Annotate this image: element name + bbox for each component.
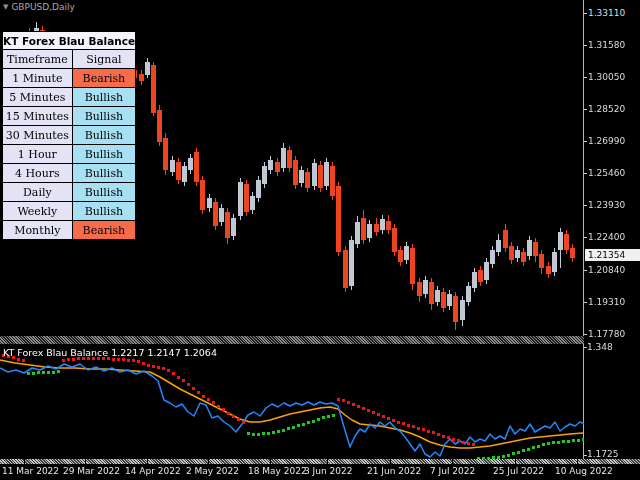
signal-cell: Bullish [72,88,135,107]
date-tick-mark [147,459,148,464]
date-tick-label: 21 Jun 2022 [367,466,421,476]
signal-cell: Bullish [72,126,135,145]
price-tick-mark [584,77,587,78]
kt-forex-blau-balance-table: KT Forex Blau Balance Timeframe Signal 1… [2,31,136,240]
table-row: WeeklyBullish [3,202,136,221]
table-row: MonthlyBearish [3,221,136,240]
indicator-title: KT Forex Blau Balance 1.2217 1.2147 1.20… [3,347,217,358]
table-header-row: Timeframe Signal [3,50,136,69]
price-tick-label: 1.25460 [588,168,625,178]
table-row: 1 MinuteBearish [3,69,136,88]
indicator-subwindow-canvas[interactable] [0,346,584,459]
price-tick-mark [584,205,587,206]
date-tick-label: 14 Apr 2022 [125,466,181,476]
table-title: KT Forex Blau Balance [3,32,136,50]
signal-cell: Bullish [72,164,135,183]
table-row: 1 HourBullish [3,145,136,164]
date-tick-label: 18 May 2022 [248,466,307,476]
signal-cell: Bullish [72,202,135,221]
price-tick-mark [584,302,587,303]
price-tick-label: 1.19310 [588,297,625,307]
price-tick-label: 1.33110 [588,8,625,18]
date-tick-label: 3 Jun 2022 [304,466,352,476]
table-row: DailyBullish [3,183,136,202]
price-tick-label: 1.26990 [588,136,625,146]
timeframe-cell: 5 Minutes [3,88,73,107]
time-axis-strip[interactable] [0,459,640,464]
price-tick-mark [584,13,587,14]
date-tick-label: 2 May 2022 [186,466,239,476]
timeframe-cell: 30 Minutes [3,126,73,145]
price-tick-label: 1.23930 [588,200,625,210]
col-header-signal: Signal [72,50,135,69]
price-tick-label: 1.30050 [588,72,625,82]
price-tick-mark [584,109,587,110]
indicator-axis-bottom-label: 1.1725 [587,449,619,459]
date-tick-mark [327,459,328,464]
table-title-row: KT Forex Blau Balance [3,32,136,50]
date-tick-label: 25 Jul 2022 [493,466,544,476]
price-tick-mark [584,334,587,335]
date-tick-mark [390,459,391,464]
signal-cell: Bullish [72,183,135,202]
timeframe-cell: 15 Minutes [3,107,73,126]
current-price-badge: 1.21354 [585,249,640,261]
date-tick-mark [270,459,271,464]
date-tick-label: 7 Jul 2022 [430,466,475,476]
window-splitter[interactable] [0,336,584,344]
price-tick-label: 1.22400 [588,232,625,242]
date-tick-label: 29 Mar 2022 [63,466,120,476]
timeframe-cell: Daily [3,183,73,202]
price-tick-mark [584,270,587,271]
table-row: 5 MinutesBullish [3,88,136,107]
price-tick-label: 1.31580 [588,40,625,50]
signal-cell: Bullish [72,107,135,126]
price-tick-label: 1.20840 [588,265,625,275]
date-tick-mark [24,459,25,464]
date-tick-label: 11 Mar 2022 [2,466,59,476]
timeframe-cell: 1 Minute [3,69,73,88]
price-tick-mark [584,237,587,238]
table-row: 30 MinutesBullish [3,126,136,145]
signal-cell: Bearish [72,69,135,88]
timeframe-cell: 1 Hour [3,145,73,164]
table-row: 4 HoursBullish [3,164,136,183]
signal-cell: Bullish [72,145,135,164]
date-tick-mark [208,459,209,464]
table-row: 15 MinutesBullish [3,107,136,126]
date-tick-label: 10 Aug 2022 [555,466,613,476]
price-tick-mark [584,141,587,142]
date-tick-mark [577,459,578,464]
price-tick-mark [584,45,587,46]
timeframe-cell: Weekly [3,202,73,221]
col-header-timeframe: Timeframe [3,50,73,69]
price-tick-label: 1.28520 [588,104,625,114]
timeframe-cell: Monthly [3,221,73,240]
price-tick-label: 1.17780 [588,329,625,339]
date-tick-mark [515,459,516,464]
date-tick-mark [452,459,453,464]
signal-cell: Bearish [72,221,135,240]
indicator-axis-top-label: 1.348 [587,342,613,352]
mt4-chart-window: ▼ GBPUSD,Daily KT Forex Blau Balance Tim… [0,0,640,480]
timeframe-cell: 4 Hours [3,164,73,183]
date-tick-mark [85,459,86,464]
price-tick-mark [584,173,587,174]
